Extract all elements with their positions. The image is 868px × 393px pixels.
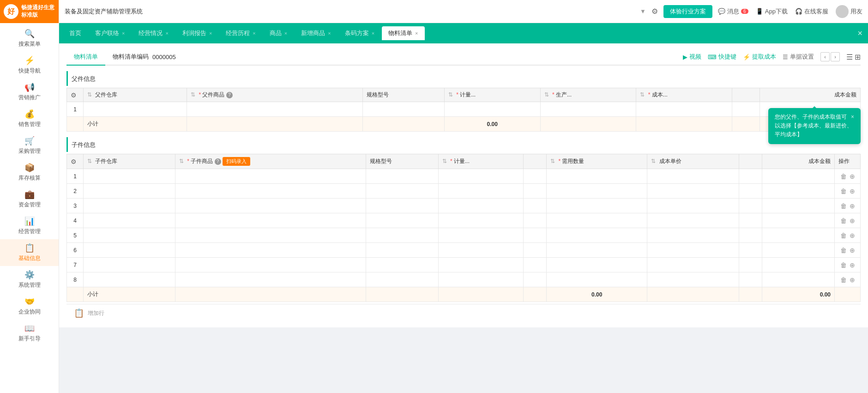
child-cost-amount-cell[interactable] [762, 228, 835, 243]
child-spec-cell[interactable] [366, 272, 438, 287]
tab-customer[interactable]: 客户联络 × [89, 26, 131, 40]
child-qty-cell[interactable] [547, 228, 647, 243]
sidebar-item-enterprise[interactable]: 🤝 企业协同 [0, 293, 59, 320]
sidebar-item-marketing[interactable]: 📢 营销推广 [0, 79, 59, 105]
sub-tab-bom-list[interactable]: 物料清单 [66, 49, 105, 66]
delete-icon[interactable]: 🗑 [840, 261, 847, 269]
child-warehouse-cell[interactable] [84, 258, 175, 272]
tab-profit[interactable]: 利润报告 × [176, 26, 218, 40]
shortcut-action[interactable]: ⌨ 快捷键 [708, 53, 736, 61]
tab-business[interactable]: 经营情况 × [132, 26, 175, 40]
child-unit-cost-cell[interactable] [647, 243, 739, 258]
sidebar-item-system[interactable]: ⚙️ 系统管理 [0, 266, 59, 293]
child-unit-cell[interactable] [438, 243, 523, 258]
child-product-help-icon[interactable]: ? [215, 158, 221, 165]
settings-icon[interactable]: ⚙ [651, 7, 658, 16]
child-cost-amount-cell[interactable] [762, 184, 835, 199]
child-cost-amount-cell[interactable] [762, 258, 835, 272]
child-cost-amount-cell[interactable] [762, 272, 835, 287]
child-cost-amount-cell[interactable] [762, 169, 835, 184]
copy-icon[interactable]: ⊕ [850, 187, 855, 195]
child-spec-cell[interactable] [366, 243, 438, 258]
tab-business-close[interactable]: × [165, 30, 168, 36]
delete-icon[interactable]: 🗑 [840, 232, 847, 239]
tab-bom[interactable]: 物料清单 × [382, 26, 424, 40]
child-warehouse-cell[interactable] [84, 184, 175, 199]
delete-icon[interactable]: 🗑 [840, 276, 847, 284]
child-product-cell[interactable] [175, 199, 366, 213]
copy-icon[interactable]: ⊕ [850, 261, 855, 269]
copy-icon[interactable]: ⊕ [850, 232, 855, 239]
sidebar-item-search[interactable]: 🔍 搜索菜单 [0, 25, 59, 52]
child-warehouse-cell[interactable] [84, 272, 175, 287]
sidebar-item-inventory[interactable]: 📦 库存核算 [0, 159, 59, 186]
parent-unit-cell[interactable] [444, 102, 540, 117]
dropdown-arrow[interactable]: ▼ [640, 8, 646, 15]
child-unit-cost-cell[interactable] [647, 258, 739, 272]
child-unit-cost-cell[interactable] [647, 169, 739, 184]
child-spec-cell[interactable] [366, 228, 438, 243]
child-spec-cell[interactable] [366, 258, 438, 272]
parent-product-cell[interactable] [187, 102, 363, 117]
delete-icon[interactable]: 🗑 [840, 202, 847, 210]
parent-spec-cell[interactable] [362, 102, 444, 117]
product-help-icon[interactable]: ? [226, 92, 233, 98]
child-spec-cell[interactable] [366, 213, 438, 228]
extract-cost-action[interactable]: ⚡ 提取成本 [743, 53, 776, 61]
tab-profit-close[interactable]: × [209, 30, 212, 36]
tab-bom-close[interactable]: × [415, 30, 418, 36]
copy-icon[interactable]: ⊕ [850, 247, 855, 254]
child-spec-cell[interactable] [366, 184, 438, 199]
view-action[interactable]: ▶ 视频 [683, 53, 701, 61]
copy-icon[interactable]: ⊕ [850, 173, 855, 180]
copy-icon[interactable]: ⊕ [850, 217, 855, 224]
child-product-cell[interactable] [175, 258, 366, 272]
child-qty-cell[interactable] [547, 184, 647, 199]
tab-customer-close[interactable]: × [122, 30, 125, 36]
child-qty-cell[interactable] [547, 169, 647, 184]
child-unit-cell[interactable] [438, 272, 523, 287]
sidebar-item-purchase[interactable]: 🛒 采购管理 [0, 132, 59, 159]
trial-btn[interactable]: 体验行业方案 [663, 5, 712, 18]
child-unit-cost-cell[interactable] [647, 228, 739, 243]
add-row-label[interactable]: 增加行 [88, 309, 104, 317]
sidebar-item-finance[interactable]: 💼 资金管理 [0, 186, 59, 212]
child-cost-amount-cell[interactable] [762, 213, 835, 228]
tab-barcode-close[interactable]: × [372, 30, 374, 36]
child-warehouse-cell[interactable] [84, 169, 175, 184]
close-all-tabs[interactable]: × [856, 27, 864, 40]
nav-prev[interactable]: ‹ [820, 52, 830, 61]
child-product-cell[interactable] [175, 169, 366, 184]
child-spec-cell[interactable] [366, 169, 438, 184]
child-product-cell[interactable] [175, 228, 366, 243]
delete-icon[interactable]: 🗑 [840, 247, 847, 254]
child-cost-amount-cell[interactable] [762, 199, 835, 213]
tab-new-goods[interactable]: 新增商品 × [295, 26, 337, 40]
child-unit-cell[interactable] [438, 184, 523, 199]
child-product-cell[interactable] [175, 272, 366, 287]
child-unit-cell[interactable] [438, 258, 523, 272]
sidebar-item-quick-nav[interactable]: ⚡ 快捷导航 [0, 52, 59, 79]
sidebar-logo[interactable]: 好 畅捷通好生意 标准版 [0, 0, 59, 23]
parent-warehouse-cell[interactable] [84, 102, 187, 117]
child-settings-gear[interactable]: ⚙ [71, 158, 77, 165]
delete-icon[interactable]: 🗑 [840, 173, 847, 180]
tab-goods[interactable]: 商品 × [263, 26, 294, 40]
child-unit-cell[interactable] [438, 199, 523, 213]
parent-cost-cell[interactable] [636, 102, 732, 117]
tooltip-close-btn[interactable]: × [851, 113, 854, 121]
single-setting-action[interactable]: ☰ 单据设置 [783, 53, 814, 61]
child-qty-cell[interactable] [547, 199, 647, 213]
tab-history-close[interactable]: × [253, 30, 255, 36]
child-qty-cell[interactable] [547, 243, 647, 258]
tab-new-goods-close[interactable]: × [328, 30, 331, 36]
message-action[interactable]: 💬 消息 6 [718, 7, 748, 16]
list-view-icon[interactable]: ☰ [846, 53, 853, 61]
child-warehouse-cell[interactable] [84, 243, 175, 258]
sidebar-item-basic-info[interactable]: 📋 基础信息 [0, 239, 59, 266]
parent-produce-cell[interactable] [540, 102, 636, 117]
child-unit-cost-cell[interactable] [647, 199, 739, 213]
child-product-cell[interactable] [175, 213, 366, 228]
delete-icon[interactable]: 🗑 [840, 217, 847, 224]
child-spec-cell[interactable] [366, 199, 438, 213]
